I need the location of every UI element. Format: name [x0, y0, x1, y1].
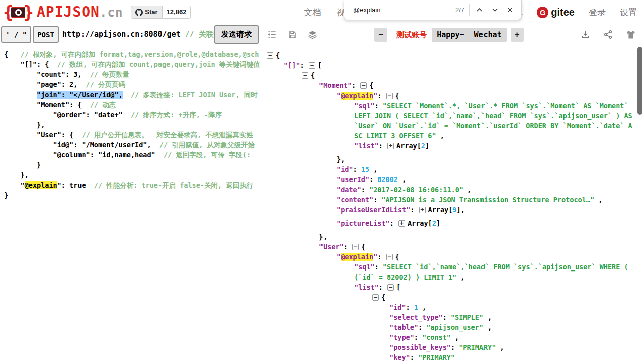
response-controls: − 测试账号 Happy~ Wechat + [261, 24, 644, 45]
json-request-editor[interactable]: { // 根对象, 可在内部加 format,tag,version,@role… [0, 45, 261, 362]
collapse-node-icon[interactable]: − [352, 244, 359, 250]
star-label: Star [145, 6, 157, 18]
json-tree-line: −{ [266, 70, 636, 80]
json-response-viewer: −{"[]": −[−{"Moment": −{"@explain": −{"s… [261, 45, 644, 362]
brand-title: APIJSON .cn [34, 5, 123, 19]
find-divider [469, 4, 470, 16]
star-count: 12,862 [163, 6, 191, 19]
settings-link[interactable]: 设置 [620, 7, 637, 18]
find-in-page-bar: @explain 2/7 [344, 0, 522, 20]
json-tree-line: "key": "PRIMARY" [266, 352, 636, 362]
expand-node-icon[interactable]: + [419, 207, 426, 213]
brand-name: APIJSON [37, 5, 100, 19]
json-editor-line: "page": 2, // 分页页码 [4, 79, 261, 89]
json-tree-line: "content": "APIJSON is a JSON Transmissi… [266, 195, 636, 205]
json-editor-line: }, [4, 170, 261, 180]
request-controls: ' / " POST http://apijson.cn:8080/get //… [0, 24, 261, 45]
download-icon [581, 30, 590, 39]
vertical-scrollbar[interactable] [637, 47, 642, 115]
find-previous-button[interactable] [472, 3, 487, 18]
github-icon [135, 9, 143, 16]
json-tree-line: "list": −[ [266, 282, 636, 292]
send-request-button[interactable]: 发送请求 [214, 25, 259, 44]
remove-account-button[interactable]: − [374, 28, 387, 42]
find-close-button[interactable] [502, 3, 517, 18]
apijson-logo-icon[interactable]: { } [3, 4, 34, 21]
collapse-node-icon[interactable]: − [386, 93, 393, 99]
json-tree-line: "select_type": "SIMPLE" , [266, 312, 636, 322]
layers-icon [308, 30, 317, 39]
json-editor-line: "[]": { // 数组, 可在内部加 count,page,query,jo… [4, 59, 261, 69]
json-tree-line: "User": −{ [266, 242, 636, 252]
account-tab-test[interactable]: 测试账号 [391, 28, 432, 42]
find-next-button[interactable] [487, 3, 502, 18]
chevron-down-icon [492, 7, 498, 13]
json-editor-line: "User": { // 用户公开信息表。 对安全要求高, 不想泄漏真实姓 [4, 130, 261, 140]
url-input[interactable]: http://apijson.cn:8080/get // 关联查询 ( [60, 30, 214, 39]
json-tree-line: "id": 15 , [266, 164, 636, 174]
json-editor-line: "@explain": true // 性能分析: true-开启 false-… [4, 180, 261, 190]
json-tree-line: }, [266, 154, 636, 164]
quote-toggle-button[interactable]: ' / " [1, 26, 31, 43]
layers-button[interactable] [308, 30, 317, 39]
login-link[interactable]: 登录 [589, 7, 606, 18]
account-tab-happy[interactable]: Happy~ [432, 28, 469, 42]
find-query-input[interactable]: @explain [353, 6, 455, 14]
method-button[interactable]: POST [33, 26, 59, 43]
json-tree-line: }, [266, 232, 636, 242]
json-tree-line: "@explain": −{ [266, 252, 636, 262]
collapse-node-icon[interactable]: − [372, 294, 379, 301]
nav-docs-link[interactable]: 文档 [304, 7, 321, 18]
json-tree-line: "userId": 82002 , [266, 174, 636, 185]
add-account-button[interactable]: + [511, 28, 524, 42]
close-icon [507, 7, 513, 13]
expand-node-icon[interactable]: + [398, 220, 405, 227]
collapse-node-icon[interactable]: − [387, 284, 394, 291]
request-toolbar: ' / " POST http://apijson.cn:8080/get //… [0, 24, 644, 45]
camera-ring-icon [15, 9, 22, 16]
json-editor-line: }, [4, 120, 261, 130]
json-tree-line: "list": +Array[2] [266, 141, 636, 151]
download-button[interactable] [581, 30, 590, 39]
brand-suffix: .cn [100, 7, 123, 19]
json-tree-line: "id": 1 , [266, 302, 636, 312]
json-editor-line: "@column": "id,name,head" // 返回字段, 可传 字段… [4, 150, 261, 160]
expand-node-icon[interactable]: + [387, 143, 394, 149]
json-tree-line: "table": "apijson_user" , [266, 322, 636, 332]
save-button[interactable] [288, 30, 297, 39]
json-tree-line: "@explain": −{ [266, 90, 636, 101]
json-tree-line: "praiseUserIdList": +Array[9], [266, 205, 636, 215]
json-tree-line: "sql": "SELECT `id`,`name`,`head` FROM `… [266, 262, 636, 282]
json-tree-line: "type": "const" , [266, 332, 636, 342]
collapse-node-icon[interactable]: − [267, 52, 273, 59]
tshirt-button[interactable] [626, 30, 636, 40]
json-tree-line: "[]": −[ [266, 60, 636, 70]
gitee-link[interactable]: G gitee [537, 7, 575, 18]
github-star-badge[interactable]: Star 12,862 [131, 6, 191, 19]
collapse-node-icon[interactable]: − [302, 72, 308, 79]
json-tree-line: "pictureList": +Array[2] [266, 218, 636, 228]
json-editor-line: } [4, 190, 261, 200]
collapse-node-icon[interactable]: − [309, 62, 315, 69]
list-add-icon [267, 30, 277, 39]
save-icon [288, 30, 297, 39]
json-tree-line: "Moment": −{ [266, 80, 636, 90]
url-text: http://apijson.cn:8080/get [62, 30, 181, 39]
json-tree-line: "sql": "SELECT `Moment`.*, `User`.* FROM… [266, 101, 636, 141]
json-editor-line: { // 根对象, 可在内部加 format,tag,version,@role… [4, 49, 261, 59]
tshirt-icon [626, 30, 636, 40]
app-header: { } APIJSON .cn Star 12,862 文档 视频 源 G gi… [0, 0, 644, 24]
chevron-up-icon [476, 7, 483, 13]
json-editor-line: } [4, 160, 261, 170]
collapse-node-icon[interactable]: − [386, 254, 393, 260]
format-list-button[interactable] [267, 30, 277, 39]
main-content: { // 根对象, 可在内部加 format,tag,version,@role… [0, 45, 644, 362]
share-button[interactable] [603, 30, 613, 39]
url-comment: // 关联查询 ( [181, 30, 214, 39]
json-tree-line: −{ [266, 50, 636, 60]
account-tab-wechat[interactable]: Wechat [469, 28, 507, 42]
gitee-icon: G [537, 7, 548, 18]
json-editor-line: "id@": "/Moment/userId", // 引用赋值, 从对象父级开… [4, 140, 261, 150]
collapse-node-icon[interactable]: − [360, 82, 367, 89]
find-match-counter: 2/7 [455, 6, 464, 14]
